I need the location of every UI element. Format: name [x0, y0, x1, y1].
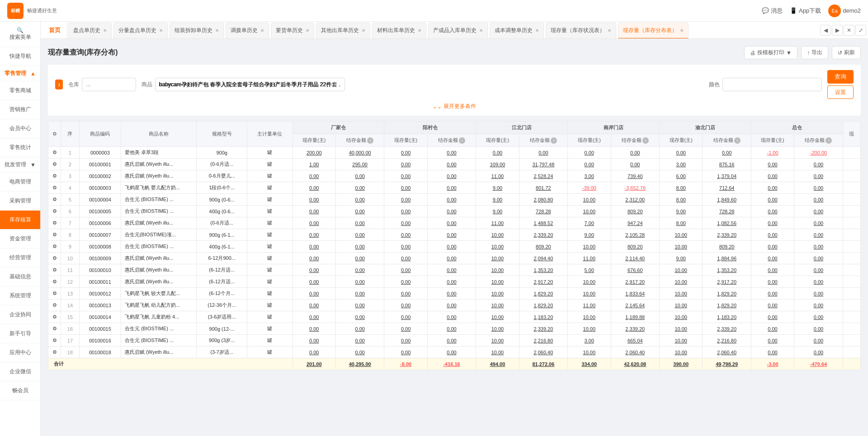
sidebar-item-retail-shop[interactable]: 零售商城 — [0, 81, 40, 100]
close-tab-icon[interactable]: ✕ — [215, 28, 219, 33]
sidebar-item-wholesale[interactable]: 批发管理 ▼ — [0, 157, 40, 173]
tab-stock-status[interactable]: 现存量（库存状况表） ✕ — [546, 23, 616, 39]
info-icon[interactable]: i — [367, 137, 373, 144]
sidebar-item-enterprise-wechat[interactable]: 企业微信 — [0, 362, 40, 381]
info-icon[interactable]: i — [551, 137, 557, 144]
td-jiangbei-qty: 11.00 — [476, 170, 519, 182]
sidebar-item-operations[interactable]: 经营管理 — [0, 248, 40, 267]
th-total-qty: 现存量(主) — [751, 134, 794, 147]
td-current — [843, 229, 860, 241]
td-gear[interactable]: ⚙ — [48, 300, 61, 311]
product-input[interactable] — [155, 78, 345, 91]
tab-assemble[interactable]: 组装拆卸单历史 ✕ — [170, 23, 224, 39]
sidebar-item-retail-stats[interactable]: 零售统计 — [0, 138, 40, 157]
info-icon[interactable]: i — [642, 137, 649, 144]
td-gear[interactable]: ⚙ — [48, 206, 61, 217]
td-code: 00100009 — [79, 253, 121, 264]
tab-next-btn[interactable]: ▶ — [832, 25, 843, 36]
td-gear[interactable]: ⚙ — [48, 194, 61, 206]
sidebar-item-inventory[interactable]: 库存核算 — [0, 211, 40, 230]
td-gear[interactable]: ⚙ — [48, 182, 61, 194]
td-total-qty: 0.00 — [751, 323, 794, 335]
print-btn[interactable]: 🖨 按模板打印 ▼ — [744, 46, 797, 59]
color-input[interactable] — [722, 78, 822, 91]
sidebar-item-marketing[interactable]: 营销推广 — [0, 100, 40, 119]
sidebar-search[interactable]: 🔍 搜索英单 — [0, 22, 40, 47]
close-tab-icon[interactable]: ✕ — [418, 28, 421, 33]
close-tab-icon[interactable]: ✕ — [260, 28, 264, 33]
td-gear[interactable]: ⚙ — [48, 159, 61, 170]
export-btn[interactable]: ↑ 导出 — [801, 46, 828, 59]
tab-purchase-order[interactable]: 要货单历史 ✕ — [271, 23, 314, 39]
td-nanan-qty: 3.00 — [568, 170, 611, 182]
sidebar-item-purchase[interactable]: 采购管理 — [0, 192, 40, 211]
collapse-arrow[interactable]: › — [55, 80, 63, 89]
sidebar-item-finance[interactable]: 资金管理 — [0, 230, 40, 248]
td-gear[interactable]: ⚙ — [48, 347, 61, 358]
user-profile[interactable]: Ea demo2 — [828, 5, 861, 17]
th-gear[interactable]: ⚙ — [48, 122, 61, 147]
message-btn[interactable]: 💬 消息 — [762, 7, 783, 15]
td-gear[interactable]: ⚙ — [48, 241, 61, 253]
close-tab-icon[interactable]: ✕ — [306, 28, 309, 33]
sidebar-item-retail-mgmt[interactable]: 零售管理 ▲ — [0, 66, 40, 81]
sidebar-quick-nav[interactable]: 快捷导航 — [0, 47, 40, 66]
td-gear[interactable]: ⚙ — [48, 229, 61, 241]
td-gear[interactable]: ⚙ — [48, 264, 61, 276]
sidebar-item-member[interactable]: 会员中心 — [0, 119, 40, 138]
tab-transfer[interactable]: 调拨单历史 ✕ — [226, 23, 269, 39]
table-row: ⚙ 13 00100012 飞鹤星飞帆 较大婴儿配... (6-12个月... … — [48, 288, 861, 300]
td-code: 0000003 — [79, 147, 121, 159]
close-tab-icon[interactable]: ✕ — [159, 28, 163, 33]
td-unit: 罐 — [247, 335, 293, 347]
sidebar-item-super-member[interactable]: 畅会员 — [0, 381, 40, 400]
setting-button[interactable]: 设置 — [827, 85, 854, 99]
tab-stock-dist[interactable]: 现存量（库存分布表） ✕ — [618, 23, 689, 39]
close-tab-icon[interactable]: ✕ — [680, 28, 684, 33]
tab-dist-count[interactable]: 分量盘点单历史 ✕ — [113, 23, 168, 39]
td-mucuncang-amt: 0.00 — [427, 147, 476, 159]
td-gear[interactable]: ⚙ — [48, 323, 61, 335]
tab-product-in[interactable]: 产成品入库单历史 ✕ — [428, 23, 488, 39]
close-tab-icon[interactable]: ✕ — [535, 28, 539, 33]
app-download-btn[interactable]: 📱 App下载 — [790, 7, 821, 15]
td-yubei-amt: 1,183.20 — [703, 311, 751, 323]
query-button[interactable]: 查询 — [827, 70, 854, 84]
close-tab-icon[interactable]: ✕ — [479, 28, 483, 33]
warehouse-input[interactable] — [82, 78, 136, 91]
sidebar-item-app-center[interactable]: 应用中心 — [0, 343, 40, 362]
info-icon[interactable]: i — [826, 137, 832, 144]
close-tab-icon[interactable]: ✕ — [103, 28, 107, 33]
color-label: 颜色 — [709, 81, 720, 89]
td-gear[interactable]: ⚙ — [48, 253, 61, 264]
tab-other-out[interactable]: 其他出库单历史 ✕ — [316, 23, 370, 39]
td-gear[interactable]: ⚙ — [48, 217, 61, 229]
td-gear[interactable]: ⚙ — [48, 288, 61, 300]
tab-home[interactable]: 首页 — [42, 22, 67, 39]
td-gear[interactable]: ⚙ — [48, 276, 61, 288]
sidebar-item-system[interactable]: 系统管理 — [0, 286, 40, 305]
tab-prev-btn[interactable]: ◀ — [820, 25, 831, 36]
info-icon[interactable]: i — [459, 137, 465, 144]
expand-conditions-btn[interactable]: ⌄⌄ 展开更多条件 — [433, 103, 476, 110]
close-tab-icon[interactable]: ✕ — [362, 28, 365, 33]
td-code: 00100010 — [79, 264, 121, 276]
tab-cost-adjust[interactable]: 成本调整单历史 ✕ — [490, 23, 544, 39]
sidebar-item-guide[interactable]: 新手引导 — [0, 324, 40, 343]
refresh-btn[interactable]: ↺ 刷新 — [832, 46, 861, 59]
td-gear[interactable]: ⚙ — [48, 335, 61, 347]
td-gear[interactable]: ⚙ — [48, 147, 61, 159]
tab-expand-btn[interactable]: ⤢ — [855, 25, 866, 36]
sidebar-item-enterprise[interactable]: 企业协同 — [0, 305, 40, 324]
tab-material-out[interactable]: 材料出库单历史 ✕ — [372, 23, 426, 39]
tab-close-btn[interactable]: ✕ — [844, 25, 854, 36]
info-icon[interactable]: i — [734, 137, 741, 144]
td-gear[interactable]: ⚙ — [48, 170, 61, 182]
sidebar-item-basic-info[interactable]: 基础信息 — [0, 267, 40, 286]
td-gear[interactable]: ⚙ — [48, 311, 61, 323]
td-jiangbei-amt: 2,339.20 — [519, 229, 567, 241]
tab-inventory-count[interactable]: 盘点单历史 ✕ — [68, 23, 112, 39]
sidebar-item-ecommerce[interactable]: 电商管理 — [0, 173, 40, 192]
td-yubei-qty: 8.00 — [660, 194, 703, 206]
close-tab-icon[interactable]: ✕ — [608, 28, 611, 33]
